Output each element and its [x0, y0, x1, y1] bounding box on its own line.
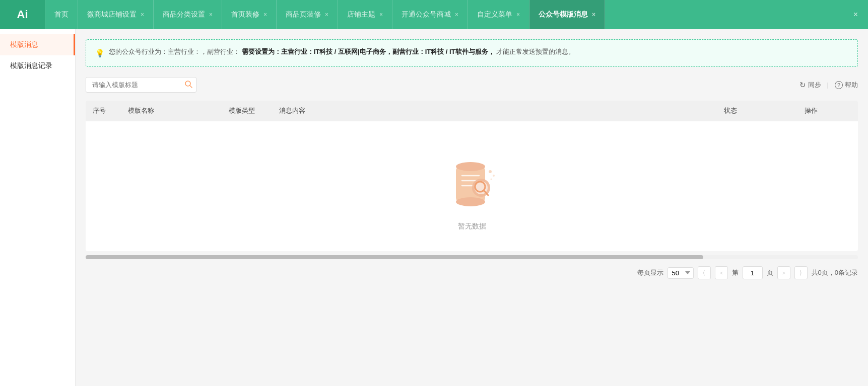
tab-home[interactable]: 首页: [45, 0, 78, 29]
search-button[interactable]: [185, 81, 192, 90]
toolbar-divider: |: [827, 81, 829, 89]
close-tab-custom-menu[interactable]: ×: [516, 12, 520, 18]
page-label-after: 页: [767, 268, 773, 277]
sidebar-item-template-msg-records[interactable]: 模版消息记录: [0, 55, 75, 76]
col-header-seq: 序号: [86, 101, 121, 121]
svg-point-13: [489, 170, 492, 173]
svg-point-5: [456, 197, 485, 206]
tab-bar: Ai 首页 微商城店铺设置 × 商品分类设置 × 首页装修 × 商品页装修 × …: [0, 0, 868, 29]
close-tab-weshop[interactable]: ×: [141, 12, 144, 18]
search-icon: [185, 81, 192, 88]
help-icon: ?: [835, 81, 843, 89]
empty-illustration: [442, 151, 502, 212]
table-header-row: 序号 模版名称 模版类型 消息内容 状态 操作: [86, 101, 858, 121]
svg-line-1: [190, 86, 192, 88]
last-page-button[interactable]: ⟩: [794, 266, 808, 279]
close-tab-theme[interactable]: ×: [379, 12, 383, 18]
svg-point-15: [490, 179, 492, 180]
col-header-status: 状态: [717, 101, 797, 121]
first-page-icon: ⟨: [703, 269, 705, 276]
prev-page-icon: ＜: [718, 269, 724, 277]
search-input-wrapper: [86, 77, 196, 93]
logo: Ai: [0, 0, 45, 29]
col-header-type: 模版类型: [222, 101, 272, 121]
close-all-tabs-button[interactable]: ×: [843, 0, 868, 29]
next-page-button[interactable]: ＞: [777, 266, 790, 279]
notice-box: 💡 您的公众号行业为：主营行业：，副营行业： 需要设置为：主营行业：IT科技 /…: [86, 39, 858, 67]
horizontal-scrollbar[interactable]: [86, 255, 858, 259]
per-page-select[interactable]: 50 20 100: [667, 267, 694, 279]
close-tab-category[interactable]: ×: [209, 12, 213, 18]
pagination-bar: 每页显示 50 20 100 ⟨ ＜ 第 页 ＞ ⟩ 共0页，0条记录: [86, 259, 858, 281]
svg-point-4: [456, 162, 485, 171]
close-tab-homepage[interactable]: ×: [263, 12, 267, 18]
tab-weshop-settings[interactable]: 微商城店铺设置 ×: [78, 0, 154, 29]
sidebar-item-template-msg[interactable]: 模版消息: [0, 34, 75, 55]
search-bar: ↻ 同步 | ? 帮助: [86, 77, 858, 93]
scrollbar-thumb[interactable]: [86, 255, 703, 259]
tab-open-wechat-shop[interactable]: 开通公众号商城 ×: [392, 0, 468, 29]
main-layout: 模版消息 模版消息记录 💡 您的公众号行业为：主营行业：，副营行业： 需要设置为…: [0, 29, 868, 386]
svg-point-14: [493, 175, 495, 177]
toolbar-right: ↻ 同步 | ? 帮助: [799, 81, 858, 90]
prev-page-button[interactable]: ＜: [715, 266, 728, 279]
tab-homepage-decoration[interactable]: 首页装修 ×: [222, 0, 277, 29]
close-tab-wechat-shop[interactable]: ×: [455, 12, 458, 18]
content-area: 💡 您的公众号行业为：主营行业：，副营行业： 需要设置为：主营行业：IT科技 /…: [76, 29, 868, 386]
notice-text: 您的公众号行业为：主营行业：，副营行业： 需要设置为：主营行业：IT科技 / 互…: [109, 47, 575, 57]
close-tab-product[interactable]: ×: [325, 12, 328, 18]
tab-shop-theme[interactable]: 店铺主题 ×: [338, 0, 392, 29]
tab-custom-menu[interactable]: 自定义菜单 ×: [468, 0, 529, 29]
total-info: 共0页，0条记录: [812, 268, 858, 277]
notice-icon: 💡: [95, 47, 105, 59]
col-header-content: 消息内容: [272, 101, 717, 121]
tab-category-settings[interactable]: 商品分类设置 ×: [154, 0, 222, 29]
col-header-action: 操作: [797, 101, 858, 121]
sync-button[interactable]: ↻ 同步: [799, 81, 821, 90]
empty-state-row: 暂无数据: [86, 121, 858, 252]
close-tab-template-msg[interactable]: ×: [592, 12, 595, 18]
search-input[interactable]: [86, 77, 196, 93]
empty-text: 暂无数据: [86, 222, 858, 231]
next-page-icon: ＞: [781, 269, 787, 277]
tab-product-decoration[interactable]: 商品页装修 ×: [277, 0, 338, 29]
sync-icon: ↻: [799, 81, 806, 90]
col-header-name: 模版名称: [121, 101, 222, 121]
page-number-input[interactable]: [743, 266, 763, 279]
tab-template-msg[interactable]: 公众号模版消息 ×: [529, 0, 605, 29]
last-page-icon: ⟩: [799, 269, 802, 276]
page-label-before: 第: [732, 268, 739, 277]
empty-state: 暂无数据: [86, 121, 858, 251]
data-table: 序号 模版名称 模版类型 消息内容 状态 操作: [86, 101, 858, 251]
sidebar: 模版消息 模版消息记录: [0, 29, 76, 386]
per-page-label: 每页显示: [637, 268, 663, 277]
help-button[interactable]: ? 帮助: [835, 81, 858, 90]
first-page-button[interactable]: ⟨: [698, 266, 711, 279]
